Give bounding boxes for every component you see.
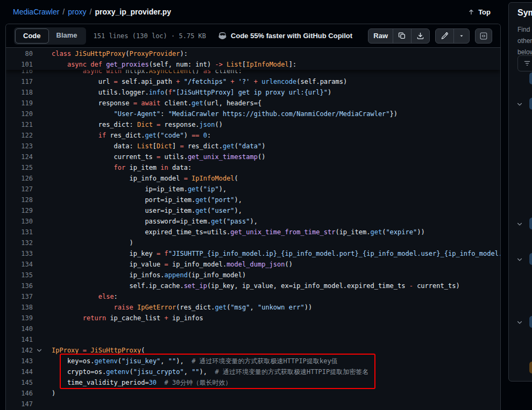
code-text: if res_dict.get("code") == 0: (44, 130, 211, 141)
symbols-panel-heading: Symbols (517, 8, 532, 18)
breadcrumb-repo-link[interactable]: MediaCrawler (13, 8, 59, 16)
code-text: port=ip_item.get("port"), (44, 195, 242, 205)
line-number[interactable]: 132 (6, 238, 33, 248)
code-text: class JiSuHttpProxy(ProxyProvider): (44, 48, 188, 59)
file-view-box: Code Blame 151 lines (130 loc) · 5.75 KB… (5, 24, 501, 410)
code-line: 140 (6, 323, 500, 334)
code-text: ) (44, 388, 55, 399)
line-number[interactable]: 144 (6, 366, 33, 377)
symbol-expand-chevron-icon[interactable] (515, 100, 524, 109)
code-lines: 116 async with httpx.AsyncClient() as cl… (6, 66, 500, 409)
line-number[interactable]: 135 (6, 270, 33, 280)
line-number[interactable]: 117 (6, 76, 33, 87)
symbol-kind-icon[interactable] (529, 98, 532, 110)
line-number[interactable]: 147 (6, 399, 33, 409)
sticky-code-line: 80class JiSuHttpProxy(ProxyProvider): (6, 48, 500, 59)
line-number[interactable]: 126 (6, 173, 33, 184)
code-line: 143 key=os.getenv("jisu_key", ""), # 通过环… (6, 356, 500, 366)
line-number[interactable]: 118 (6, 87, 33, 98)
code-text: ip_value = ip_info_model.model_dump_json… (44, 259, 293, 270)
code-line: 144 crypto=os.getenv("jisu_crypto", ""),… (6, 366, 500, 377)
breadcrumb-folder-link[interactable]: proxy (68, 8, 86, 16)
line-number[interactable]: 136 (6, 280, 33, 291)
code-line: 139 return ip_cache_list + ip_infos (6, 313, 500, 323)
download-icon (416, 32, 424, 40)
line-number[interactable]: 143 (6, 356, 33, 366)
tab-code[interactable]: Code (15, 28, 49, 44)
symbol-expand-chevron-icon[interactable] (515, 220, 524, 228)
symbol-kind-icon[interactable] (529, 316, 532, 328)
symbol-expand-chevron-icon[interactable] (515, 255, 524, 264)
symbol-kind-icon[interactable] (529, 253, 532, 265)
copy-icon (398, 32, 406, 40)
line-number[interactable]: 137 (6, 291, 33, 302)
code-text: IpProxy = JiSuHttpProxy( (44, 345, 145, 356)
line-number[interactable]: 134 (6, 259, 33, 270)
line-number[interactable]: 133 (6, 248, 33, 259)
code-text: raise IpGetError(res_dict.get("msg", "un… (44, 302, 312, 313)
code-text: password=ip_item.get("pass"), (44, 216, 258, 227)
download-button[interactable] (411, 29, 429, 43)
line-number[interactable]: 139 (6, 313, 33, 323)
code-line: 137 else: (6, 291, 500, 302)
symbol-kind-icon[interactable] (529, 73, 532, 84)
collapse-chevron-icon[interactable] (35, 345, 44, 356)
scroll-to-top-button[interactable]: Top (467, 8, 491, 16)
line-number[interactable]: 140 (6, 323, 33, 334)
line-number[interactable]: 121 (6, 119, 33, 130)
code-text (44, 399, 52, 409)
filter-icon (523, 60, 531, 67)
code-text: ip=ip_item.get("ip"), (44, 184, 226, 195)
sticky-code-line: 101 async def get_proxies(self, num: int… (6, 59, 500, 70)
line-number[interactable]: 146 (6, 388, 33, 399)
line-number[interactable]: 142 (6, 345, 33, 356)
line-number[interactable]: 120 (6, 109, 33, 119)
line-number[interactable]: 125 (6, 162, 33, 173)
code-line: 130 password=ip_item.get("pass"), (6, 216, 500, 227)
line-number[interactable]: 138 (6, 302, 33, 313)
edit-dropdown-button[interactable] (453, 29, 469, 43)
line-number[interactable]: 122 (6, 130, 33, 141)
line-number[interactable]: 101 (6, 59, 33, 70)
code-text: self.ip_cache.set_ip(ip_key, ip_value, e… (44, 280, 460, 291)
line-number[interactable]: 80 (6, 48, 33, 59)
symbol-expand-chevron-icon[interactable] (515, 318, 524, 327)
code-text: time_validity_period=30 # 30分钟（最长时效） (44, 377, 231, 388)
line-number[interactable]: 127 (6, 184, 33, 195)
arrow-up-icon (467, 8, 475, 16)
line-number[interactable]: 119 (6, 98, 33, 109)
copy-button[interactable] (393, 29, 411, 43)
line-number[interactable]: 123 (6, 141, 33, 152)
line-number[interactable]: 145 (6, 377, 33, 388)
code-text: url = self.api_path + "/fetchips" + '?' … (44, 76, 347, 87)
raw-button[interactable]: Raw (368, 29, 393, 43)
symbol-kind-icon[interactable] (529, 218, 532, 229)
code-line: 147 (6, 399, 500, 409)
code-line: 123 data: List[Dict] = res_dict.get("dat… (6, 141, 500, 152)
code-line: 122 if res_dict.get("code") == 0: (6, 130, 500, 141)
filter-symbols-button[interactable] (517, 55, 532, 71)
line-number[interactable]: 141 (6, 334, 33, 345)
code-text: ) (44, 238, 133, 248)
code-text: current_ts = utils.get_unix_timestamp() (44, 152, 265, 162)
code-text: async def get_proxies(self, num: int) ->… (44, 59, 296, 70)
line-number[interactable]: 131 (6, 227, 33, 238)
symbols-panel-toggle-button[interactable] (475, 28, 492, 44)
file-toolbar: Code Blame 151 lines (130 loc) · 5.75 KB… (6, 24, 500, 48)
code-blame-switcher: Code Blame (14, 27, 86, 45)
symbols-panel-description: Find definitions and references for func… (517, 24, 532, 58)
code-line: 117 url = self.api_path + "/fetchips" + … (6, 76, 500, 87)
edit-button[interactable] (436, 29, 453, 43)
copilot-banner: Code 55% faster with GitHub Copilot (218, 31, 352, 40)
code-text: crypto=os.getenv("jisu_crypto", ""), # 通… (44, 366, 368, 377)
code-text: "User-Agent": "MediaCrawler https://gith… (44, 109, 398, 119)
file-meta-info: 151 lines (130 loc) · 5.75 KB (94, 32, 207, 40)
line-number[interactable]: 129 (6, 205, 33, 216)
code-line: 136 self.ip_cache.set_ip(ip_key, ip_valu… (6, 280, 500, 291)
tab-blame[interactable]: Blame (49, 28, 85, 44)
line-number[interactable]: 128 (6, 195, 33, 205)
line-number[interactable]: 124 (6, 152, 33, 162)
symbol-kind-icon[interactable] (529, 362, 532, 373)
line-number[interactable]: 130 (6, 216, 33, 227)
code-line: 133 ip_key = f"JISUHTTP_{ip_info_model.i… (6, 248, 500, 259)
